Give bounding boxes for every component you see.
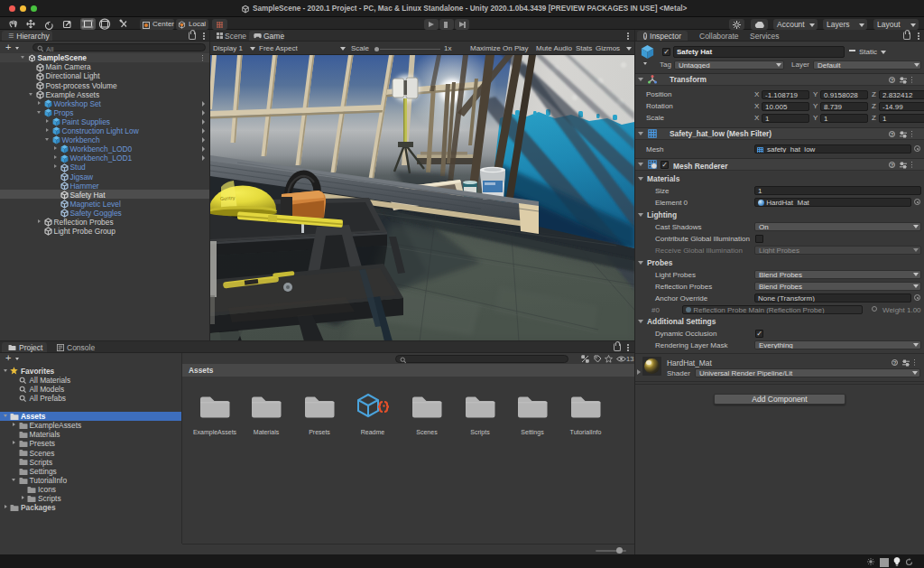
svg-text:Gentry: Gentry — [220, 195, 236, 201]
